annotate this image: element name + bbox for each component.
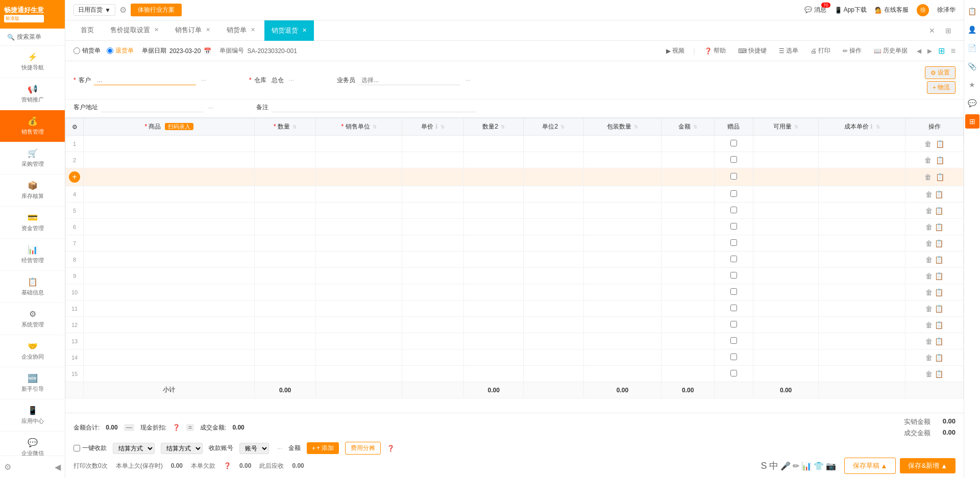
staff-input[interactable]: [358, 76, 460, 85]
gift-cell-2[interactable]: [714, 152, 753, 168]
copy-icon-12[interactable]: 📋: [935, 321, 943, 329]
unit-price-cell-3[interactable]: [402, 168, 464, 186]
product-input-1[interactable]: [87, 140, 251, 147]
copy-icon-14[interactable]: 📋: [935, 354, 943, 362]
sale-unit-cell-1[interactable]: [316, 136, 402, 152]
address-input[interactable]: [101, 103, 203, 112]
tab-delivery-close[interactable]: ✕: [251, 27, 255, 33]
add-payment-btn[interactable]: + + 添加: [307, 442, 339, 454]
save-new-btn[interactable]: 保存&新增 ▲: [900, 458, 955, 473]
gift-checkbox-11[interactable]: [730, 305, 737, 311]
tool-icon-4[interactable]: ✏: [793, 461, 799, 471]
copy-icon-2[interactable]: 📋: [936, 156, 944, 164]
tab-close-all-icon[interactable]: ✕: [925, 27, 939, 35]
shortcut-btn[interactable]: ⌨ 快捷键: [735, 45, 770, 56]
sidebar-item-basic-info[interactable]: 📋 基础信息: [0, 271, 65, 303]
calendar-icon[interactable]: 📅: [204, 47, 211, 55]
delete-icon-6[interactable]: 🗑: [925, 223, 933, 231]
qty-sort-icon[interactable]: ⇅: [292, 124, 297, 130]
tab-sales-return[interactable]: 销货退货 ✕: [264, 20, 314, 41]
delete-icon-2[interactable]: 🗑: [924, 156, 932, 164]
note-input[interactable]: [272, 103, 476, 112]
qty-cell-2[interactable]: [255, 152, 316, 168]
staff-select-btn[interactable]: ···: [465, 77, 471, 84]
right-panel-icon-3[interactable]: 📄: [965, 41, 979, 55]
sale-unit-sort-icon[interactable]: ⇅: [373, 124, 377, 130]
radio-delivery[interactable]: 销货单: [74, 46, 101, 55]
operate-btn[interactable]: ✏ 操作: [840, 45, 865, 56]
product-cell-1[interactable]: [84, 136, 255, 152]
available-cell-3[interactable]: [753, 168, 818, 186]
delete-icon-12[interactable]: 🗑: [925, 321, 933, 329]
tab-layout-icon[interactable]: ⊞: [941, 27, 955, 35]
unit2-cell-2[interactable]: [524, 152, 583, 168]
tool-icon-7[interactable]: 📷: [826, 461, 836, 471]
gift-checkbox-14[interactable]: [730, 354, 737, 360]
scan-badge[interactable]: 扫码录入: [165, 123, 193, 130]
cost-price-cell-2[interactable]: [819, 152, 905, 168]
gear-icon[interactable]: ⚙: [119, 5, 127, 15]
tool-icon-1[interactable]: S: [761, 461, 767, 471]
address-select-btn[interactable]: ···: [208, 104, 213, 111]
gift-checkbox-10[interactable]: [730, 288, 737, 295]
tool-icon-6[interactable]: 👕: [814, 461, 824, 471]
right-panel-icon-4[interactable]: 📎: [965, 59, 979, 73]
amount-cell-1[interactable]: [662, 136, 715, 152]
radio-return[interactable]: 退货单: [107, 46, 134, 55]
cost-price-cell-3[interactable]: [819, 168, 905, 186]
copy-icon-3[interactable]: 📋: [936, 173, 944, 181]
qty-cell-1[interactable]: [255, 136, 316, 152]
qty2-sort-icon[interactable]: ⇅: [501, 124, 505, 130]
video-btn[interactable]: ▶ 视频: [663, 45, 688, 56]
history-btn[interactable]: 📖 历史单据: [871, 45, 911, 56]
sidebar-item-operations[interactable]: 📊 经营管理: [0, 239, 65, 271]
print-btn[interactable]: 🖨 打印: [807, 45, 834, 56]
tab-home[interactable]: 首页: [74, 20, 101, 41]
app-download-btn[interactable]: 📱 App下载: [835, 6, 867, 14]
tab-sales-return-close[interactable]: ✕: [302, 27, 307, 34]
delete-icon-11[interactable]: 🗑: [925, 305, 933, 313]
unit2-sort-icon[interactable]: ⇅: [560, 124, 565, 130]
tool-icon-3[interactable]: 🎤: [780, 461, 791, 471]
add-row-btn-cell[interactable]: +: [66, 168, 84, 186]
setting-btn[interactable]: ⚙ 设置: [925, 66, 955, 79]
gear-icon[interactable]: ⚙: [72, 123, 78, 131]
delete-icon-3[interactable]: 🗑: [924, 173, 932, 181]
delete-icon-8[interactable]: 🗑: [925, 256, 933, 264]
qty-cell-3[interactable]: [255, 168, 316, 186]
copy-icon-5[interactable]: 📋: [935, 207, 943, 215]
sidebar-item-sales[interactable]: 💰 销售管理: [0, 110, 65, 142]
sidebar-item-purchase[interactable]: 🛒 采购管理: [0, 142, 65, 174]
unit-price-cell-1[interactable]: [402, 136, 464, 152]
tab-sales-order-close[interactable]: ✕: [206, 27, 210, 33]
delete-icon-1[interactable]: 🗑: [924, 140, 932, 148]
unit-price-info-icon[interactable]: ℹ: [435, 123, 438, 130]
installment-help-icon[interactable]: ❓: [224, 462, 231, 469]
message-btn[interactable]: 💬 70 消息: [804, 6, 826, 14]
delete-icon-10[interactable]: 🗑: [925, 288, 933, 296]
right-panel-icon-6[interactable]: 💬: [965, 96, 979, 110]
gift-checkbox-9[interactable]: [730, 272, 737, 279]
sidebar-item-appstore[interactable]: 📱 应用中心: [0, 399, 65, 432]
prev-icon[interactable]: ◀: [917, 47, 921, 55]
amount-sort-icon[interactable]: ⇅: [693, 124, 697, 130]
calc-method-select[interactable]: 结算方式: [161, 443, 203, 454]
gift-checkbox-1[interactable]: [730, 140, 737, 146]
sidebar-item-enterprise[interactable]: 🤝 企业协同: [0, 335, 65, 367]
available-sort-icon[interactable]: ⇅: [794, 124, 798, 130]
customer-input[interactable]: [94, 76, 196, 85]
delete-icon-4[interactable]: 🗑: [925, 190, 933, 198]
tab-delivery[interactable]: 销货单 ✕: [219, 20, 262, 41]
gift-checkbox-8[interactable]: [730, 256, 737, 262]
gift-checkbox-13[interactable]: [730, 337, 737, 344]
unit-price-sort-icon[interactable]: ⇅: [440, 124, 445, 130]
sale-unit-cell-2[interactable]: [316, 152, 402, 168]
right-panel-icon-2[interactable]: 👤: [965, 22, 979, 37]
available-cell-1[interactable]: [753, 136, 818, 152]
qty2-cell-1[interactable]: [464, 136, 524, 152]
copy-icon-9[interactable]: 📋: [935, 272, 943, 280]
pack-qty-cell-3[interactable]: [583, 168, 662, 186]
list-view-icon[interactable]: ≡: [951, 46, 955, 56]
tab-sales-order[interactable]: 销售订单 ✕: [168, 20, 217, 41]
copy-icon-1[interactable]: 📋: [936, 140, 944, 148]
